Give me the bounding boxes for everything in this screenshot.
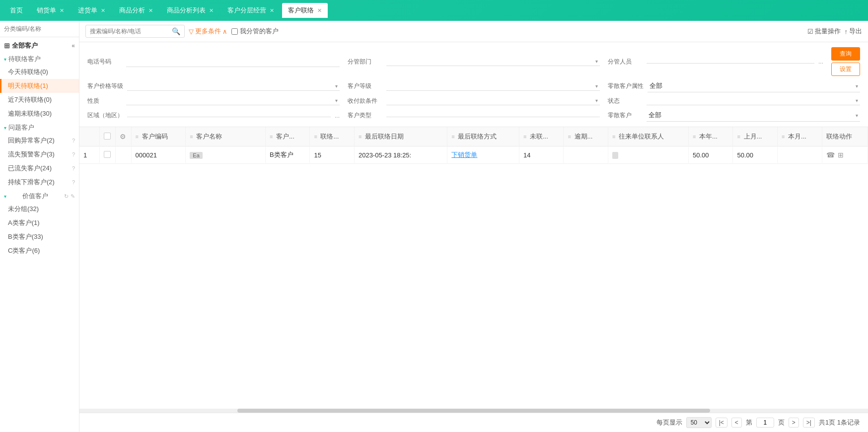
td-customer-type: B类客户: [265, 146, 310, 164]
th-partner-contact[interactable]: ≡ 往来单位联系人: [608, 127, 688, 146]
filter-payment-select[interactable]: ▾: [386, 96, 600, 105]
horizontal-scrollbar[interactable]: [79, 409, 868, 413]
td-customer-name: Ea: [186, 146, 266, 164]
th-customer-type[interactable]: ≡ 客户...: [265, 127, 310, 146]
phone-action-icon[interactable]: ☎: [826, 151, 835, 159]
prev-page-button[interactable]: <: [731, 418, 742, 428]
select-all-checkbox[interactable]: [104, 133, 111, 140]
sidebar-all-customers[interactable]: ⊞ 全部客户 «: [0, 37, 79, 52]
page-unit: 页: [778, 418, 785, 427]
next-page-button[interactable]: >: [789, 418, 799, 428]
nav-goods-analysis-list[interactable]: 商品分析列表 ✕: [161, 3, 219, 18]
nav-close-goods-analysis[interactable]: ✕: [148, 7, 153, 14]
chevron-up-icon: ∧: [222, 28, 227, 35]
td-checkbox[interactable]: [99, 146, 115, 164]
th-customer-code[interactable]: ≡ 客户编码: [131, 127, 186, 146]
grid-icon: ⊞: [4, 42, 10, 50]
filter-person-dots[interactable]: ...: [818, 58, 823, 65]
th-contact[interactable]: ≡ 联络...: [310, 127, 355, 146]
filter-customer-type-select[interactable]: [386, 114, 600, 117]
th-contact-action[interactable]: 联络动作: [822, 127, 868, 146]
nav-customer-tier[interactable]: 客户分层经营 ✕: [221, 3, 280, 18]
th-gear[interactable]: ⚙: [115, 127, 131, 146]
sidebar-item-today[interactable]: 今天待联络(0): [0, 65, 79, 79]
first-page-button[interactable]: |<: [716, 418, 727, 428]
nav-close-customer-contact[interactable]: ✕: [317, 7, 322, 14]
th-checkbox[interactable]: [99, 127, 115, 146]
last-contact-method-link[interactable]: 下销货单: [451, 151, 477, 158]
filter-dept-select[interactable]: ▾: [386, 57, 600, 66]
th-this-month[interactable]: ≡ 本月...: [778, 127, 822, 146]
bulk-action-button[interactable]: ☑ 批量操作: [807, 27, 841, 36]
sidebar-item-already-lost[interactable]: 已流失客户(24) ?: [0, 161, 79, 175]
row-checkbox[interactable]: [104, 151, 111, 158]
nav-close-customer-tier[interactable]: ✕: [270, 7, 274, 14]
column-settings-icon[interactable]: ⚙: [120, 133, 126, 141]
th-customer-name[interactable]: ≡ 客户名称: [186, 127, 266, 146]
sidebar-group-problem-customers[interactable]: 问题客户: [0, 121, 79, 134]
sidebar-search-input[interactable]: [4, 25, 78, 32]
filter-customer-level-select[interactable]: ▾: [386, 82, 600, 91]
th-last-month[interactable]: ≡ 上月...: [733, 127, 778, 146]
sidebar-item-ungrouped[interactable]: 未分组(32): [0, 202, 79, 216]
th-no-contact[interactable]: ≡ 未联...: [519, 127, 564, 146]
nav-purchase[interactable]: 进货单 ✕: [72, 3, 111, 18]
more-action-icon[interactable]: ⊞: [838, 151, 844, 159]
sidebar-item-lost-risk[interactable]: 流失预警客户(3) ?: [0, 147, 79, 161]
table-container: ⚙ ≡ 客户编码 ≡ 客户名称 ≡ 客户...: [79, 127, 868, 409]
export-button[interactable]: ↑ 导出: [845, 27, 863, 36]
action-icons-container: ☎ ⊞: [826, 151, 864, 159]
nav-close-sales[interactable]: ✕: [60, 7, 64, 14]
filter-price-level-select[interactable]: ▾: [127, 82, 340, 91]
search-icon[interactable]: 🔍: [172, 27, 180, 35]
query-button[interactable]: 查询: [831, 47, 860, 61]
th-overdue[interactable]: ≡ 逾期...: [564, 127, 608, 146]
more-filters-button[interactable]: ▽ 更多条件 ∧: [189, 27, 227, 36]
filter-payment: 收付款条件 ▾: [348, 96, 600, 105]
sidebar-item-tomorrow[interactable]: 明天待联络(1): [0, 79, 79, 93]
filter-region-dots[interactable]: ...: [335, 112, 340, 119]
sidebar-item-overdue[interactable]: 逾期未联络(30): [0, 107, 79, 121]
sidebar-group-pending-contact[interactable]: 待联络客户: [0, 52, 79, 65]
th-last-contact-date[interactable]: ≡ 最后联络日期: [354, 127, 447, 146]
refresh-icon-value[interactable]: ↻: [64, 193, 69, 200]
td-last-contact-date: 2023-05-23 18:25:: [354, 146, 447, 164]
nav-close-purchase[interactable]: ✕: [101, 7, 105, 14]
edit-icon-value[interactable]: ✎: [71, 193, 75, 200]
td-partner-contact: [608, 146, 688, 164]
search-input[interactable]: [90, 28, 172, 35]
top-navigation: 首页 销货单 ✕ 进货单 ✕ 商品分析 ✕ 商品分析列表 ✕ 客户分层经营 ✕ …: [0, 0, 868, 21]
settings-button[interactable]: 设置: [831, 63, 860, 76]
filter-status-select[interactable]: ▾: [647, 96, 860, 105]
per-page-select[interactable]: 50 100 200: [686, 417, 712, 428]
sidebar-item-class-b[interactable]: B类客户(33): [0, 230, 79, 244]
nav-sales[interactable]: 销货单 ✕: [31, 3, 70, 18]
nav-close-goods-analysis-list[interactable]: ✕: [209, 7, 214, 14]
filter-retail-attr-select[interactable]: 全部 ▾: [648, 80, 860, 92]
th-last-contact-method[interactable]: ≡ 最后联络方式: [447, 127, 519, 146]
filter-customer-type-label: 客户类型: [348, 111, 382, 120]
sidebar-group-value-customers[interactable]: 价值客户 ↻ ✎: [0, 189, 79, 202]
filter-retail-customer: 零散客户 全部 ▾: [608, 109, 860, 122]
nav-customer-contact[interactable]: 客户联络 ✕: [282, 3, 328, 18]
page-number-input[interactable]: [756, 418, 774, 428]
sidebar-collapse-button[interactable]: «: [72, 42, 75, 49]
sidebar-item-class-c[interactable]: C类客户(6): [0, 244, 79, 258]
nav-home[interactable]: 首页: [4, 3, 29, 18]
filter-nature-select[interactable]: ▾: [126, 96, 340, 105]
filter-region-select[interactable]: [127, 114, 331, 117]
my-customers-checkbox-label[interactable]: 我分管的客户: [231, 27, 279, 36]
sidebar-item-repurchase-abnormal[interactable]: 回购异常客户(2) ?: [0, 134, 79, 147]
my-customers-checkbox[interactable]: [231, 28, 238, 35]
scrollbar-thumb[interactable]: [237, 409, 711, 413]
th-this-year[interactable]: ≡ 本年...: [688, 127, 733, 146]
filter-retail-customer-select[interactable]: 全部 ▾: [647, 109, 860, 122]
sidebar-item-week[interactable]: 近7天待联络(0): [0, 93, 79, 107]
sidebar-item-class-a[interactable]: A类客户(1): [0, 216, 79, 230]
filter-phone-input[interactable]: [126, 57, 340, 67]
sidebar-item-continuous-down[interactable]: 持续下滑客户(2) ?: [0, 175, 79, 189]
nav-goods-analysis[interactable]: 商品分析 ✕: [113, 3, 159, 18]
td-last-contact-method[interactable]: 下销货单: [447, 146, 519, 164]
filter-person-select[interactable]: [647, 60, 814, 64]
last-page-button[interactable]: >|: [803, 418, 815, 428]
